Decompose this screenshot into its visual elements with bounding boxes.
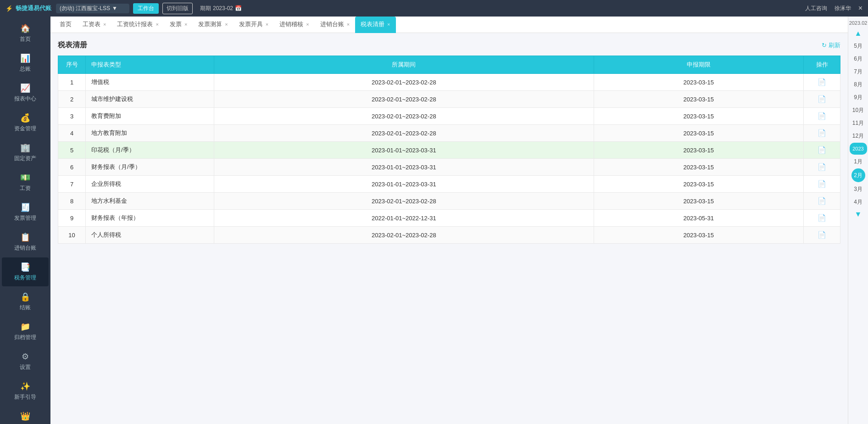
- company-selector[interactable]: (勿动) 江西服宝-LSS ▼: [56, 4, 129, 13]
- tab-close-inout-ledger[interactable]: ×: [347, 22, 350, 27]
- month-3[interactable]: 3月: [850, 183, 867, 195]
- month-2-active[interactable]: 2月: [851, 168, 865, 182]
- cell-seq: 3: [58, 108, 86, 125]
- cell-type: 个人所得税: [86, 227, 214, 244]
- action-icon-0[interactable]: 📄: [818, 78, 826, 86]
- app-logo: ⚡ 畅捷通易代账: [6, 4, 56, 12]
- action-icon-1[interactable]: 📄: [818, 95, 826, 103]
- table-row: 1 增值税 2023-02-01~2023-02-28 2023-03-15 📄: [58, 74, 840, 91]
- tab-close-inout-check[interactable]: ×: [306, 22, 309, 27]
- tab-invoice-open[interactable]: 发票开具 ×: [234, 17, 274, 33]
- month-12[interactable]: 12月: [850, 130, 867, 142]
- sidebar-item-home[interactable]: 🏠 首页: [2, 19, 49, 48]
- refresh-button[interactable]: ↻ 刷新: [822, 41, 840, 50]
- tab-close-salary-report[interactable]: ×: [156, 22, 158, 27]
- action-icon-2[interactable]: 📄: [818, 112, 826, 120]
- month-5[interactable]: 5月: [850, 40, 867, 52]
- sidebar-item-report[interactable]: 📈 报表中心: [2, 78, 49, 107]
- cell-seq: 2: [58, 91, 86, 108]
- action-icon-9[interactable]: 📄: [818, 231, 826, 239]
- action-icon-6[interactable]: 📄: [818, 180, 826, 188]
- month-4[interactable]: 4月: [850, 196, 867, 208]
- sidebar-item-ledger[interactable]: 📊 总账: [2, 49, 49, 78]
- tab-salary[interactable]: 工资表 ×: [77, 17, 111, 33]
- nav-up-button[interactable]: ▲: [853, 28, 864, 39]
- month-6[interactable]: 6月: [850, 53, 867, 65]
- action-icon-4[interactable]: 📄: [818, 146, 826, 154]
- action-icon-8[interactable]: 📄: [818, 214, 826, 222]
- action-icon-7[interactable]: 📄: [818, 197, 826, 205]
- tab-inout-ledger[interactable]: 进销台账 ×: [315, 17, 355, 33]
- fund-icon: 💰: [20, 113, 30, 123]
- tab-close-invoice-calc[interactable]: ×: [225, 22, 228, 27]
- sidebar-item-invoice[interactable]: 🧾 发票管理: [2, 198, 49, 227]
- tab-label-inout-check: 进销稽核: [279, 20, 303, 28]
- close-button[interactable]: ×: [858, 4, 862, 12]
- cell-seq: 7: [58, 176, 86, 193]
- header-right: 人工咨询 徐涿华 ×: [805, 4, 862, 12]
- cell-deadline: 2023-03-15: [594, 125, 803, 142]
- month-9[interactable]: 9月: [850, 91, 867, 103]
- month-11[interactable]: 11月: [850, 117, 867, 129]
- sidebar-label-report: 报表中心: [14, 95, 36, 103]
- sidebar: 🏠 首页 📊 总账 📈 报表中心 💰 资金管理 🏢 固定资产 💵 工资 🧾 发票…: [0, 17, 50, 424]
- tab-close-salary[interactable]: ×: [103, 22, 106, 27]
- top-header: ⚡ 畅捷通易代账 (勿动) 江西服宝-LSS ▼ 工作台 切到旧版 期期 202…: [0, 0, 868, 17]
- tab-salary-report[interactable]: 工资统计报表 ×: [111, 17, 164, 33]
- sidebar-item-salary[interactable]: 💵 工资: [2, 168, 49, 197]
- tab-tax-form[interactable]: 税表清册 ×: [355, 17, 395, 33]
- month-8[interactable]: 8月: [850, 78, 867, 90]
- sidebar-item-asset[interactable]: 🏢 固定资产: [2, 138, 49, 167]
- sidebar-item-guide[interactable]: ✨ 新手引导: [2, 377, 49, 406]
- table-row: 6 财务报表（月/季） 2023-01-01~2023-03-31 2023-0…: [58, 159, 840, 176]
- tab-home[interactable]: 首页: [54, 17, 77, 33]
- main-content: 首页 工资表 × 工资统计报表 × 发票 × 发票测算 × 发票开具 ×: [50, 17, 848, 424]
- cell-type: 教育费附加: [86, 108, 214, 125]
- tab-invoice[interactable]: 发票 ×: [164, 17, 193, 33]
- tab-label-home: 首页: [60, 20, 72, 28]
- cell-type: 地方水利基金: [86, 193, 214, 210]
- sidebar-item-archive[interactable]: 📁 归档管理: [2, 317, 49, 346]
- cell-period: 2023-01-01~2023-03-31: [214, 142, 594, 159]
- month-10[interactable]: 10月: [850, 104, 867, 116]
- cell-action: 📄: [804, 227, 840, 244]
- sidebar-item-vip[interactable]: 👑 畅会员: [2, 407, 49, 424]
- action-icon-3[interactable]: 📄: [818, 129, 826, 137]
- month-1[interactable]: 1月: [850, 156, 867, 167]
- tab-label-invoice-calc: 发票测算: [198, 20, 222, 28]
- cell-type: 财务报表（月/季）: [86, 159, 214, 176]
- help-button[interactable]: 人工咨询: [805, 5, 827, 12]
- action-icon-5[interactable]: 📄: [818, 163, 826, 171]
- cell-seq: 5: [58, 142, 86, 159]
- col-header-action: 操作: [804, 56, 840, 74]
- cell-deadline: 2023-05-31: [594, 210, 803, 227]
- tab-close-tax-form[interactable]: ×: [387, 22, 390, 27]
- cell-deadline: 2023-03-15: [594, 193, 803, 210]
- tab-close-invoice[interactable]: ×: [184, 22, 187, 27]
- table-header-row: 序号 申报表类型 所属期间 申报期限 操作: [58, 56, 840, 74]
- sidebar-item-settings[interactable]: ⚙ 设置: [2, 347, 49, 376]
- cell-action: 📄: [804, 125, 840, 142]
- cell-type: 企业所得税: [86, 176, 214, 193]
- workbench-button[interactable]: 工作台: [133, 3, 159, 14]
- cell-seq: 9: [58, 210, 86, 227]
- tab-invoice-calc[interactable]: 发票测算 ×: [193, 17, 233, 33]
- cell-period: 2023-02-01~2023-02-28: [214, 91, 594, 108]
- sidebar-label-fund: 资金管理: [14, 125, 36, 133]
- cell-type: 城市维护建设税: [86, 91, 214, 108]
- sidebar-item-fund[interactable]: 💰 资金管理: [2, 108, 49, 137]
- tab-close-invoice-open[interactable]: ×: [266, 22, 268, 27]
- cell-type: 增值税: [86, 74, 214, 91]
- sidebar-item-close[interactable]: 🔒 结账: [2, 287, 49, 316]
- sidebar-label-settings: 设置: [20, 363, 31, 371]
- sidebar-item-inout[interactable]: 📋 进销台账: [2, 228, 49, 257]
- switch-old-button[interactable]: 切到旧版: [162, 3, 193, 14]
- cell-deadline: 2023-03-15: [594, 108, 803, 125]
- close-icon: 🔒: [20, 292, 30, 302]
- tab-inout-check[interactable]: 进销稽核 ×: [274, 17, 314, 33]
- sidebar-item-tax[interactable]: 📑 税务管理: [2, 257, 49, 286]
- nav-down-button[interactable]: ▼: [853, 208, 864, 220]
- cell-action: 📄: [804, 159, 840, 176]
- sidebar-label-tax: 税务管理: [14, 274, 36, 282]
- month-7[interactable]: 7月: [850, 66, 867, 78]
